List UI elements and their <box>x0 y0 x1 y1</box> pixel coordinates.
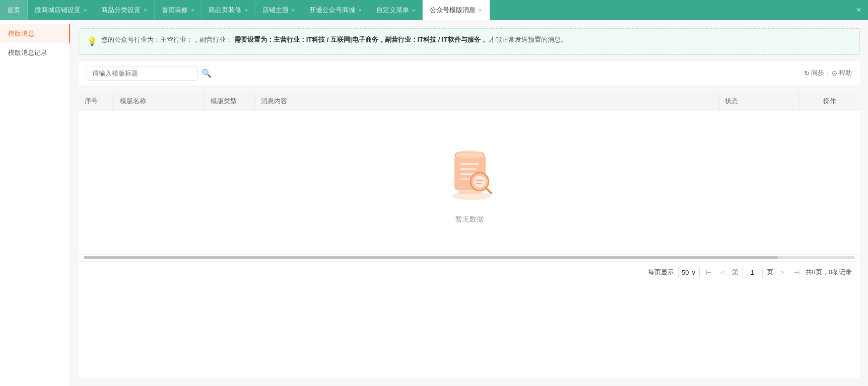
sync-icon: ↻ <box>804 69 810 77</box>
help-button[interactable]: ⊙ 帮助 <box>832 68 852 78</box>
tab-bar: 首页 微商城店铺设置 × 商品分类设置 × 首页装修 × 商品页装修 × 店铺主… <box>0 0 868 20</box>
main-layout: 模版消息 模版消息记录 💡 您的公众号行业为：主营行业：，副营行业： 需要设置为… <box>0 20 868 386</box>
page-label-after: 页 <box>767 268 773 277</box>
tab-close-category-settings[interactable]: × <box>144 7 147 13</box>
tab-store-settings[interactable]: 微商城店铺设置 × <box>28 0 94 20</box>
tab-close-product-decor[interactable]: × <box>244 7 247 13</box>
help-icon: ⊙ <box>832 69 837 77</box>
first-page-button[interactable]: ⊢ <box>704 268 713 277</box>
empty-text: 暂无数据 <box>455 215 484 224</box>
notice-icon: 💡 <box>87 35 97 48</box>
tab-category-settings[interactable]: 商品分类设置 × <box>94 0 154 20</box>
empty-state: 暂无数据 <box>79 111 860 254</box>
table-container: 序号 模版名称 模版类型 消息内容 状态 操作 <box>79 92 860 378</box>
empty-illustration <box>437 141 502 207</box>
svg-point-1 <box>456 150 483 159</box>
content-area: 💡 您的公众号行业为：主营行业：，副营行业： 需要设置为：主营行业：IT科技 /… <box>71 20 868 386</box>
sidebar-item-template-msg[interactable]: 模版消息 <box>0 24 70 43</box>
col-header-name: 模版名称 <box>114 92 205 111</box>
col-header-status: 状态 <box>719 92 799 111</box>
tab-store-theme[interactable]: 店铺主题 × <box>255 0 302 20</box>
svg-point-7 <box>474 176 486 188</box>
total-records: 共0页，0条记录 <box>806 268 852 277</box>
page-size-label: 每页显示 <box>648 268 674 277</box>
next-page-button[interactable]: ＞ <box>777 267 788 278</box>
close-all-tabs-button[interactable]: × <box>849 6 868 15</box>
tab-open-mall[interactable]: 开通公众号商城 × <box>302 0 369 20</box>
page-label-before: 第 <box>732 268 739 277</box>
tab-close-store-settings[interactable]: × <box>84 7 87 13</box>
sidebar: 模版消息 模版消息记录 <box>0 20 71 386</box>
col-header-seq: 序号 <box>79 92 114 111</box>
col-header-type: 模版类型 <box>205 92 255 111</box>
chevron-down-icon: ∨ <box>691 269 696 276</box>
col-header-content: 消息内容 <box>255 92 719 111</box>
scrollbar-thumb[interactable] <box>84 256 778 259</box>
prev-page-button[interactable]: ＜ <box>717 267 728 278</box>
page-size-select[interactable]: 50 ∨ <box>678 267 699 278</box>
search-bar: 🔍 ↻ 同步 | ⊙ 帮助 <box>79 61 860 86</box>
notice-box: 💡 您的公众号行业为：主营行业：，副营行业： 需要设置为：主营行业：IT科技 /… <box>79 28 860 55</box>
scrollbar-track[interactable] <box>84 256 855 259</box>
tab-homepage-decor[interactable]: 首页装修 × <box>155 0 202 20</box>
tab-close-homepage-decor[interactable]: × <box>191 7 194 13</box>
search-button[interactable]: 🔍 <box>202 68 212 78</box>
svg-line-8 <box>486 188 491 193</box>
sidebar-item-template-msg-record[interactable]: 模版消息记录 <box>0 43 70 62</box>
search-right: ↻ 同步 | ⊙ 帮助 <box>804 68 852 78</box>
tab-template-msg[interactable]: 公众号模版消息 × <box>423 0 489 20</box>
tab-close-custom-menu[interactable]: × <box>412 7 415 13</box>
current-page-input[interactable] <box>743 267 763 278</box>
search-input[interactable] <box>87 66 197 81</box>
pagination: 每页显示 50 ∨ ⊢ ＜ 第 页 ＞ ⊣ 共0页，0条记录 <box>79 261 860 283</box>
divider: | <box>827 69 829 77</box>
last-page-button[interactable]: ⊣ <box>792 268 802 277</box>
tab-close-store-theme[interactable]: × <box>292 7 295 13</box>
col-header-action: 操作 <box>799 92 860 111</box>
tab-product-decor[interactable]: 商品页装修 × <box>202 0 255 20</box>
table-header: 序号 模版名称 模版类型 消息内容 状态 操作 <box>79 92 860 111</box>
tab-close-open-mall[interactable]: × <box>358 7 361 13</box>
sync-button[interactable]: ↻ 同步 <box>804 68 824 78</box>
tab-home[interactable]: 首页 <box>0 0 28 20</box>
tab-close-template-msg[interactable]: × <box>479 7 482 13</box>
horizontal-scrollbar[interactable] <box>79 254 860 261</box>
tab-custom-menu[interactable]: 自定义菜单 × <box>369 0 423 20</box>
search-left: 🔍 <box>87 66 212 81</box>
